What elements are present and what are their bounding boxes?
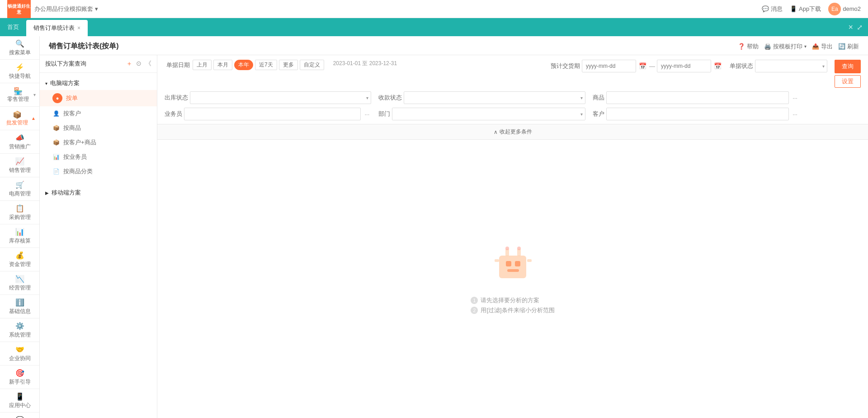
scheme-item-by-product[interactable]: 📦 按商品 — [40, 121, 157, 135]
salesperson-dots[interactable]: ··· — [363, 111, 371, 118]
date-btn-more[interactable]: 更多 — [279, 60, 298, 70]
date-btn-this-month[interactable]: 本月 — [213, 60, 232, 70]
scheme-item-by-category[interactable]: 📄 按商品分类 — [40, 164, 157, 179]
print-button[interactable]: 🖨️ 按模板打印 ▾ — [764, 43, 807, 51]
sidebar-item-sales[interactable]: 📈 销售管理 — [0, 154, 39, 177]
collapse-bar[interactable]: ∧ 收起更多条件 — [157, 124, 868, 139]
payment-select[interactable] — [404, 91, 585, 104]
sidebar-item-appcenter[interactable]: 📱 应用中心 — [0, 389, 39, 413]
status-select[interactable] — [755, 60, 827, 72]
pc-scheme-section: ▾ 电脑端方案 ● 按单 👤 按客户 📦 按商品 — [40, 73, 157, 182]
maximize-icon[interactable]: ⤢ — [857, 23, 863, 32]
tab-close-icon[interactable]: × — [77, 25, 80, 31]
status-filter-group: 单据状态 ▾ — [730, 60, 827, 72]
date-buttons: 上月 本月 本年 近7天 更多 自定义 — [193, 60, 324, 70]
tab-home[interactable]: 首页 — [0, 18, 26, 36]
sidebar-item-quicknav[interactable]: ⚡ 快捷导航 — [0, 60, 39, 83]
empty-tips: 1 请先选择要分析的方案 2 用[过滤]条件来缩小分析范围 — [471, 294, 554, 316]
mobile-section-label: 移动端方案 — [52, 189, 81, 197]
tip-2-num: 2 — [471, 307, 478, 314]
department-group: 部门 ▾ — [378, 108, 585, 120]
department-select[interactable] — [392, 108, 585, 120]
empty-illustration — [486, 242, 540, 287]
message-button[interactable]: 💬 消息 — [762, 5, 783, 13]
sidebar-marketing-label: 营销推广 — [9, 143, 31, 151]
calendar-start-icon[interactable]: 📅 — [639, 62, 646, 70]
app-download-button[interactable]: 📱 App下载 — [790, 5, 821, 13]
refresh-button[interactable]: 🔄 刷新 — [838, 43, 859, 51]
left-panel-header: 按以下方案查询 ＋ ⊙ 《 — [40, 55, 157, 73]
goods-dots[interactable]: ··· — [791, 95, 799, 101]
expected-date-start[interactable] — [582, 60, 636, 72]
customer-input[interactable] — [606, 108, 789, 120]
scheme-item-by-customer[interactable]: 👤 按客户 — [40, 106, 157, 121]
sidebar-item-enterprise[interactable]: 🤝 企业协同 — [0, 342, 39, 366]
minimize-icon[interactable]: × — [848, 23, 853, 32]
retail-arrow-icon: ▾ — [33, 92, 36, 97]
tab-sales-order-stats[interactable]: 销售订单统计表 × — [26, 20, 88, 36]
salesperson-input[interactable] — [184, 108, 361, 120]
sidebar-item-wxwork[interactable]: 💬 企业微信 — [0, 413, 39, 418]
sidebar-finance-label: 资金管理 — [9, 261, 31, 268]
expected-date-group: 预计交货期 📅 — 📅 — [551, 60, 722, 72]
date-btn-last-7-days[interactable]: 近7天 — [255, 60, 277, 70]
sidebar-item-operations[interactable]: 📉 经营管理 — [0, 271, 39, 295]
content-area: 销售订单统计表(按单) ❓ 帮助 🖨️ 按模板打印 ▾ 📤 导出 🔄 刷新 — [40, 36, 868, 418]
date-btn-this-year[interactable]: 本年 — [234, 60, 253, 70]
settings-button[interactable]: 设置 — [835, 75, 861, 88]
by-customer-icon: 👤 — [52, 110, 60, 117]
add-scheme-icon[interactable]: ＋ — [126, 60, 132, 68]
goods-input[interactable] — [606, 91, 789, 104]
svg-point-9 — [517, 247, 521, 250]
sidebar-item-inventory[interactable]: 📊 库存核算 — [0, 224, 39, 248]
sidebar-item-newbie[interactable]: 🎯 新手引导 — [0, 366, 39, 389]
export-button[interactable]: 📤 导出 — [812, 43, 833, 51]
settings-scheme-icon[interactable]: ⊙ — [136, 60, 142, 68]
scheme-item-by-order[interactable]: ● 按单 — [40, 90, 157, 106]
sidebar-sales-label: 销售管理 — [9, 166, 31, 174]
date-btn-custom[interactable]: 自定义 — [300, 60, 324, 70]
mobile-scheme-title[interactable]: ▶ 移动端方案 — [40, 186, 157, 200]
pc-scheme-title[interactable]: ▾ 电脑端方案 — [40, 76, 157, 90]
scheme-item-by-salesperson[interactable]: 📊 按业务员 — [40, 150, 157, 164]
collapse-panel-icon[interactable]: 《 — [145, 60, 151, 68]
svg-rect-1 — [506, 261, 511, 266]
sidebar-item-marketing[interactable]: 📣 营销推广 — [0, 130, 39, 154]
sales-icon: 📈 — [15, 157, 24, 166]
collapse-up-icon: ∧ — [494, 129, 498, 135]
marketing-icon: 📣 — [15, 133, 24, 142]
shipment-select[interactable] — [190, 91, 371, 104]
query-button[interactable]: 查询 — [835, 60, 861, 73]
by-order-icon: ● — [52, 93, 62, 103]
mobile-scheme-section: ▶ 移动端方案 — [40, 182, 157, 203]
content-body: 按以下方案查询 ＋ ⊙ 《 ▾ 电脑端方案 ● 按单 — [40, 55, 868, 418]
search-icon: 🔍 — [15, 39, 24, 48]
scheme-item-by-customer-product[interactable]: 📦 按客户+商品 — [40, 135, 157, 150]
retail-icon: 🏪 — [14, 87, 23, 95]
date-btn-last-month[interactable]: 上月 — [193, 60, 212, 70]
sidebar-item-retail[interactable]: 🏪 零售管理 ▾ — [0, 83, 39, 107]
export-label: 导出 — [821, 43, 833, 51]
user-profile[interactable]: Ea demo2 — [828, 3, 861, 15]
goods-group: 商品 ··· — [593, 91, 799, 104]
sidebar-item-system[interactable]: ⚙️ 系统管理 — [0, 318, 39, 342]
appcenter-icon: 📱 — [15, 392, 24, 401]
sidebar-item-wholesale[interactable]: 📦 批发管理 ▲ — [0, 107, 39, 130]
sidebar-item-search[interactable]: 🔍 搜索菜单 — [0, 36, 39, 60]
industry-arrow-icon: ▾ — [95, 5, 98, 12]
industry-selector[interactable]: 办公用品行业模拟账套 ▾ — [34, 5, 98, 13]
message-label: 消息 — [771, 5, 783, 13]
calendar-end-icon[interactable]: 📅 — [714, 62, 722, 70]
pc-section-arrow-icon: ▾ — [45, 81, 47, 86]
active-tab-label: 销售订单统计表 — [33, 24, 75, 32]
sidebar-item-ecommerce[interactable]: 🛒 电商管理 — [0, 177, 39, 201]
topbar-right: 💬 消息 📱 App下载 Ea demo2 — [762, 3, 861, 15]
sidebar-item-finance[interactable]: 💰 资金管理 — [0, 248, 39, 271]
wxwork-icon: 💬 — [15, 416, 24, 418]
shipment-group: 出库状态 ▾ — [165, 91, 371, 104]
customer-dots[interactable]: ··· — [791, 111, 799, 118]
sidebar-item-basic[interactable]: ℹ️ 基础信息 — [0, 295, 39, 318]
help-button[interactable]: ❓ 帮助 — [738, 43, 759, 51]
expected-date-end[interactable] — [657, 60, 711, 72]
sidebar-item-purchase[interactable]: 📋 采购管理 — [0, 201, 39, 224]
